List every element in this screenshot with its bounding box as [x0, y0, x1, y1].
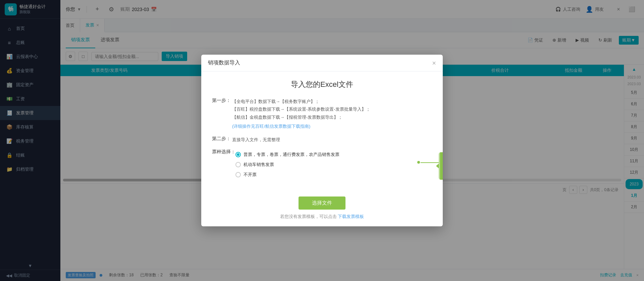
modal-close-btn[interactable]: × — [432, 60, 436, 66]
tooltip-bar — [439, 152, 440, 180]
radio-normal[interactable] — [235, 152, 241, 157]
step1-line-1: 【全电平台】数据下载→【税务数字账户】； — [232, 98, 370, 105]
radio-motor[interactable] — [235, 162, 241, 167]
step2-row: 第二步： 直接导入文件，无需整理 — [212, 136, 432, 144]
modal-header: 销项数据导入 × — [201, 55, 443, 71]
step1-link-container: (详细操作见百旺/航信发票数据下载指南) — [232, 122, 370, 130]
modal-main-title: 导入您的Excel文件 — [212, 79, 432, 90]
modal-body: 导入您的Excel文件 第一步： 【全电平台】数据下载→【税务数字账户】； 【百… — [201, 71, 443, 191]
step1-content: 【全电平台】数据下载→【税务数字账户】； 【百旺】税控盘数据下载→【系统设置-系… — [232, 98, 370, 130]
ticket-label: 票种选择： — [212, 149, 235, 178]
tooltip-container: 现在支持的票种多了，导入发票时别忘了选择正确的发票类型呀! × — [439, 152, 443, 180]
radio-motor-row: 机动车销售发票 — [235, 162, 339, 168]
radio-motor-label: 机动车销售发票 — [244, 162, 274, 168]
radio-normal-label: 普票，专票，卷票，通行费发票，农产品销售发票 — [244, 152, 339, 158]
radio-noticket[interactable] — [235, 172, 241, 177]
step2-label: 第二步： — [212, 136, 232, 144]
radio-group: 普票，专票，卷票，通行费发票，农产品销售发票 机动车销售发票 不开票 — [235, 152, 339, 178]
step1-row: 第一步： 【全电平台】数据下载→【税务数字账户】； 【百旺】税控盘数据下载→【系… — [212, 98, 432, 130]
tooltip-dot — [417, 160, 421, 164]
ticket-type-row: 票种选择： 普票，专票，卷票，通行费发票，农产品销售发票 机动车销售发票 不开票 — [212, 149, 432, 178]
radio-noticket-row: 不开票 — [235, 172, 339, 178]
tooltip-line — [419, 162, 439, 163]
radio-noticket-label: 不开票 — [244, 172, 257, 178]
modal-sales-import: 销项数据导入 × 导入您的Excel文件 第一步： 【全电平台】数据下载→【税务… — [201, 55, 443, 226]
step2-content: 直接导入文件，无需整理 — [232, 136, 280, 144]
modal-footer: 选择文件 若您没有发票模板，可以点击 下载发票模板 — [201, 191, 443, 226]
tooltip-arrow — [436, 164, 439, 168]
step1-line-2: 【百旺】税控盘数据下载→【系统设置-系统参数设置-发票批量导入】； — [232, 105, 370, 113]
download-guide-link[interactable]: (详细操作见百旺/航信发票数据下载指南) — [232, 124, 310, 129]
select-file-btn[interactable]: 选择文件 — [299, 196, 345, 210]
step1-label: 第一步： — [212, 98, 232, 130]
radio-normal-row: 普票，专票，卷票，通行费发票，农产品销售发票 — [235, 152, 339, 158]
tooltip-bubble: 现在支持的票种多了，导入发票时别忘了选择正确的发票类型呀! × — [439, 152, 443, 180]
modal-overlay: 销项数据导入 × 导入您的Excel文件 第一步： 【全电平台】数据下载→【税务… — [0, 0, 644, 281]
template-hint: 若您没有发票模板，可以点击 — [280, 214, 337, 219]
step1-line-3: 【航信】金税盘数据下载→【报税管理-发票数据导出】； — [232, 113, 370, 121]
download-template-link[interactable]: 下载发票模板 — [338, 214, 364, 219]
template-hint-row: 若您没有发票模板，可以点击 下载发票模板 — [280, 214, 364, 220]
modal-title: 销项数据导入 — [208, 59, 240, 66]
